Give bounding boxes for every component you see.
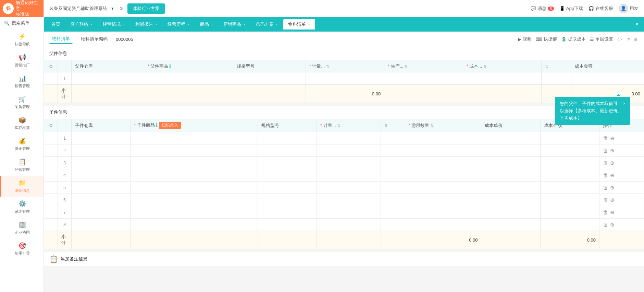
child-row2-warehouse[interactable] [72, 144, 131, 157]
child-row3-qty-unit[interactable] [317, 157, 381, 169]
copy-icon[interactable]: ⊕ [610, 135, 615, 141]
child-row2-goods[interactable] [131, 144, 258, 157]
child-row8-needed-qty[interactable] [405, 219, 481, 231]
child-row6-spec[interactable] [258, 194, 317, 206]
child-row4-warehouse[interactable] [72, 169, 131, 182]
delete-icon[interactable]: 🗑 [603, 222, 608, 227]
child-row2-unit-cost[interactable] [481, 144, 540, 157]
copy-icon[interactable]: ⊕ [610, 209, 615, 215]
child-row4-spec[interactable] [258, 169, 317, 182]
shortcut-btn[interactable]: ⌨ 快捷键 [536, 36, 557, 42]
list-view-btn[interactable]: ≡ [626, 36, 631, 43]
trial-button[interactable]: 体验行业方案 [127, 3, 165, 14]
tab-goods[interactable]: 商品 × [195, 19, 218, 30]
delete-icon[interactable]: 🗑 [603, 209, 608, 215]
message-item[interactable]: 💬 消息 6 [531, 5, 554, 12]
delete-icon[interactable]: 🗑 [603, 197, 608, 203]
tab-home[interactable]: 首页 [47, 19, 65, 30]
tab-operation-history[interactable]: 经营历程 × [163, 19, 194, 30]
parent-row1-warehouse[interactable] [72, 72, 144, 85]
single-settings-btn[interactable]: ☰ 单据设置 [590, 36, 613, 42]
tab-bom[interactable]: 物料清单 × [283, 19, 315, 30]
child-row3-goods[interactable] [131, 157, 258, 169]
child-row5-unit-cost[interactable] [481, 182, 540, 194]
child-row5-goods[interactable] [131, 182, 258, 194]
close-all-tabs[interactable]: × [633, 20, 641, 29]
settings-icon[interactable]: ⚙ [119, 6, 123, 11]
child-row5-needed-qty[interactable] [405, 182, 481, 194]
delete-icon[interactable]: 🗑 [603, 185, 608, 190]
child-row5-spec[interactable] [258, 182, 317, 194]
child-row6-goods[interactable] [131, 194, 258, 206]
child-row3-needed-qty[interactable] [405, 157, 481, 169]
delete-icon[interactable]: 🗑 [603, 160, 608, 166]
child-row6-needed-qty[interactable] [405, 194, 481, 206]
copy-icon[interactable]: ⊕ [610, 222, 615, 228]
video-btn[interactable]: ▶ 视频 [518, 36, 532, 42]
child-row1-spec[interactable] [258, 132, 317, 144]
prev-arrow[interactable]: ‹ [617, 36, 619, 42]
parent-row1-spec[interactable] [233, 72, 306, 85]
online-service-item[interactable]: 🎧 在线客服 [589, 5, 613, 12]
next-arrow[interactable]: › [620, 36, 622, 42]
tooltip-close-btn[interactable]: × [623, 100, 626, 107]
sub-tab-bom-code[interactable]: 物料清单编码 [78, 35, 110, 44]
child-row6-qty-unit[interactable] [317, 194, 381, 206]
copy-icon[interactable]: ⊕ [610, 148, 615, 154]
child-row8-warehouse[interactable] [72, 219, 131, 231]
child-row8-unit-cost[interactable] [481, 219, 540, 231]
tab-new-goods[interactable]: 新增商品 × [219, 19, 250, 30]
copy-icon[interactable]: ⊕ [610, 172, 615, 178]
tab-close-profit-report[interactable]: × [155, 22, 157, 26]
sidebar-item-inventory[interactable]: 📦 库存核算 [0, 113, 44, 134]
copy-icon[interactable]: ⊕ [610, 197, 615, 203]
child-row2-needed-qty[interactable] [405, 144, 481, 157]
user-item[interactable]: 👤 用友 [619, 4, 639, 13]
child-row1-warehouse[interactable] [72, 132, 131, 144]
tab-close-goods[interactable]: × [211, 22, 213, 26]
child-row7-warehouse[interactable] [72, 206, 131, 219]
child-row4-qty-unit[interactable] [317, 169, 381, 182]
tab-customer[interactable]: 客户联络 × [66, 19, 97, 30]
child-row8-goods[interactable] [131, 219, 258, 231]
child-row5-warehouse[interactable] [72, 182, 131, 194]
copy-icon[interactable]: ⊕ [610, 185, 615, 191]
grid-view-btn[interactable]: ⊞ [632, 36, 639, 43]
child-row3-warehouse[interactable] [72, 157, 131, 169]
child-row4-needed-qty[interactable] [405, 169, 481, 182]
child-row6-warehouse[interactable] [72, 194, 131, 206]
scan-btn[interactable]: 扫码录入 [159, 122, 181, 129]
child-row8-qty-unit[interactable] [317, 219, 381, 231]
search-menu[interactable]: 🔍 搜索菜单 [0, 17, 44, 29]
tab-close-operation-status[interactable]: × [123, 22, 125, 26]
child-row7-goods[interactable] [131, 206, 258, 219]
sidebar-item-operation[interactable]: 📋 经营管理 [0, 155, 44, 176]
child-row1-goods[interactable] [131, 132, 258, 144]
sub-tab-bom-list[interactable]: 物料清单 [49, 34, 73, 44]
child-row1-unit-cost[interactable] [481, 132, 540, 144]
tab-profit-report[interactable]: 利润报告 × [131, 19, 162, 30]
child-row1-needed-qty[interactable] [405, 132, 481, 144]
child-row2-spec[interactable] [258, 144, 317, 157]
delete-icon[interactable]: 🗑 [603, 148, 608, 153]
sidebar-item-marketing[interactable]: 📢 营销推广 [0, 50, 44, 71]
note-text[interactable]: 添加备注信息 [61, 256, 87, 262]
tab-barcode[interactable]: 条码方案 × [251, 19, 283, 30]
copy-icon[interactable]: ⊕ [610, 160, 615, 166]
child-row8-spec[interactable] [258, 219, 317, 231]
sidebar-item-guide[interactable]: 🎯 新手引导 [0, 238, 44, 259]
child-row4-unit-cost[interactable] [481, 169, 540, 182]
child-row2-qty-unit[interactable] [317, 144, 381, 157]
sidebar-item-sales[interactable]: 📊 销售管理 [0, 71, 44, 92]
tab-operation-status[interactable]: 经营情况 × [98, 19, 129, 30]
sidebar-item-purchase[interactable]: 🛒 采购管理 [0, 92, 44, 113]
sidebar-item-enterprise[interactable]: 🏢 企业协同 [0, 218, 44, 238]
child-row7-qty-unit[interactable] [317, 206, 381, 219]
delete-icon[interactable]: 🗑 [603, 172, 608, 178]
extract-cost-btn[interactable]: 💲 提取成本 [561, 36, 586, 42]
sidebar-item-finance[interactable]: 💰 资金管理 [0, 134, 44, 155]
child-row1-qty-unit[interactable] [317, 132, 381, 144]
tab-close-operation-history[interactable]: × [187, 22, 189, 26]
child-row7-needed-qty[interactable] [405, 206, 481, 219]
child-row4-goods[interactable] [131, 169, 258, 182]
